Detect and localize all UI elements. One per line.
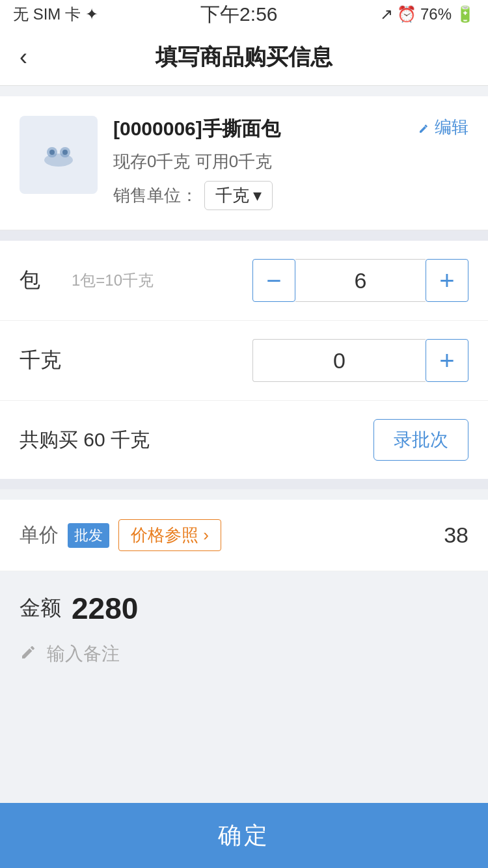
unit-select[interactable]: 千克 ▾ [204,181,273,210]
bag-input-row: 包 1包=10千克 − + [0,241,488,321]
bag-label: 包 [20,266,59,295]
alarm-icon: ⏰ [397,5,416,23]
price-value: 38 [444,522,468,548]
bag-hint: 1包=10千克 [72,270,239,291]
amount-label: 金额 [20,594,61,623]
kg-input-row: 千克 + [0,321,488,401]
bag-input-section: 包 1包=10千克 − + 千克 + [0,241,488,401]
price-section: 单价 批发 价格参照 › 38 [0,500,488,571]
separator-2 [0,479,488,489]
price-left: 单价 批发 价格参照 › [20,519,221,551]
back-button[interactable]: ‹ [20,44,27,71]
chevron-down-icon: ▾ [253,185,262,206]
edit-button[interactable]: 编辑 [418,116,468,139]
sim-status: 无 SIM 卡 ✦ [13,4,98,25]
status-left: 无 SIM 卡 ✦ [13,4,98,25]
product-stock: 现存0千克 可用0千克 [113,150,468,173]
price-label: 单价 [20,522,59,549]
svg-point-4 [62,150,68,155]
status-bar: 无 SIM 卡 ✦ 下午2:56 ↗ ⏰ 76% 🔋 [0,0,488,29]
kg-label: 千克 [20,346,61,375]
kg-controls: + [252,339,468,382]
product-card: [0000006]手撕面包 编辑 现存0千克 可用0千克 销售单位： 千克 ▾ [0,96,488,230]
kg-increase-button[interactable]: + [426,339,468,382]
total-text: 共购买 60 千克 [20,427,150,454]
total-row: 共购买 60 千克 录批次 [0,401,488,479]
battery-icon: 🔋 [455,5,475,23]
svg-point-2 [44,154,73,167]
page-title: 填写商品购买信息 [156,42,332,72]
product-name: [0000006]手撕面包 [113,116,280,142]
pencil-icon [20,643,38,666]
bag-increase-button[interactable]: + [426,259,468,302]
separator-1 [0,230,488,241]
batch-button[interactable]: 录批次 [373,419,468,461]
status-time: 下午2:56 [200,1,277,28]
confirm-button[interactable]: 确定 [0,803,488,868]
remark-placeholder: 输入备注 [47,642,120,666]
bag-input[interactable] [295,259,426,302]
kg-input[interactable] [252,339,426,382]
amount-section: 金额 2280 输入备注 [0,571,488,793]
remark-row[interactable]: 输入备注 [20,642,468,666]
bag-controls: − + [252,259,468,302]
amount-row: 金额 2280 [20,591,468,626]
svg-point-3 [49,150,55,155]
product-info: [0000006]手撕面包 编辑 现存0千克 可用0千克 销售单位： 千克 ▾ [113,116,468,210]
price-ref-button[interactable]: 价格参照 › [118,519,221,551]
status-right: ↗ ⏰ 76% 🔋 [380,5,475,23]
location-icon: ↗ [380,5,393,23]
battery-text: 76% [420,5,452,23]
batch-tag: 批发 [68,523,109,548]
product-unit: 销售单位： 千克 ▾ [113,181,468,210]
bag-decrease-button[interactable]: − [252,259,295,302]
nav-bar: ‹ 填写商品购买信息 [0,29,488,86]
amount-value: 2280 [72,591,138,626]
product-image [20,116,98,194]
